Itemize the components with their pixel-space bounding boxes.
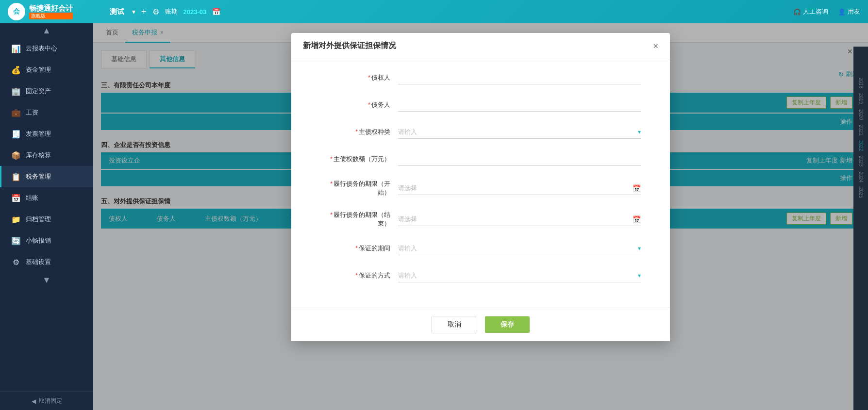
- tax-icon: 📋: [11, 172, 21, 181]
- fund-icon: 💰: [11, 65, 21, 75]
- creditor-input-wrap: [398, 71, 641, 84]
- claim-type-label: *主债权种类: [320, 128, 398, 136]
- main-content: 首页 税务申报 × 基础信息 其他信息 三、有限责任公司本年度 复制上年度 新增: [93, 23, 868, 410]
- period-end-input-wrap: 📅: [398, 213, 641, 226]
- user-icon: 👤: [838, 8, 846, 16]
- cancel-icon: ◀: [32, 398, 36, 405]
- guarantee-method-field: *保证的方式 ▾: [320, 269, 641, 282]
- guarantee-method-label: *保证的方式: [320, 271, 398, 280]
- dropdown-icon[interactable]: ▾: [132, 8, 135, 16]
- sidebar-label: 结账: [26, 194, 38, 202]
- creditor-label: *债权人: [320, 73, 398, 82]
- sidebar-item-fund[interactable]: 💰 资金管理: [0, 59, 93, 81]
- period-start-calendar-icon[interactable]: 📅: [633, 184, 641, 192]
- cancel-label: 取消固定: [39, 397, 62, 405]
- top-header: 会 畅捷通好会计 旗舰版 测试 ▾ + ⚙ 账期 2023-03 📅 🎧 人工咨…: [0, 0, 868, 23]
- sidebar-label: 基础设置: [26, 258, 51, 266]
- guarantee-period-field: *保证的期间 ▾: [320, 242, 641, 255]
- add-button[interactable]: +: [141, 7, 147, 17]
- claim-type-input[interactable]: [398, 125, 641, 139]
- period-start-field: *履行债务的期限（开始） 📅: [320, 180, 641, 197]
- debtor-label: *债务人: [320, 100, 398, 109]
- sidebar-label: 工资: [26, 108, 38, 117]
- logo-area: 会 畅捷通好会计 旗舰版: [8, 3, 100, 20]
- save-button[interactable]: 保存: [485, 316, 530, 333]
- creditor-input[interactable]: [398, 71, 641, 84]
- sidebar: ▲ 📊 云报表中心 💰 资金管理 🏢 固定资产 💼 工资 🧾 发票管理 📦 库存…: [0, 23, 93, 410]
- sidebar-label: 资金管理: [26, 66, 51, 74]
- headset-icon: 🎧: [793, 8, 801, 16]
- dialog-header: 新增对外提供保证担保情况 ×: [291, 33, 670, 59]
- sidebar-label: 固定资产: [26, 87, 51, 96]
- claim-amount-input[interactable]: [398, 152, 641, 166]
- header-right: 🎧 人工咨询 👤 用友: [793, 7, 860, 16]
- logo-text: 畅捷通好会计 旗舰版: [29, 4, 73, 19]
- sidebar-item-payroll[interactable]: 💼 工资: [0, 102, 93, 123]
- cancel-fixed-button[interactable]: ◀ 取消固定: [0, 392, 93, 410]
- sidebar-item-tax[interactable]: 📋 税务管理: [0, 166, 93, 187]
- sidebar-bottom: ◀ 取消固定: [0, 392, 93, 410]
- period-value: 2023-03: [184, 8, 207, 16]
- debtor-field: *债务人: [320, 98, 641, 112]
- period-end-label: *履行债务的期限（结束）: [320, 211, 398, 228]
- invoice-icon: 🧾: [11, 129, 21, 139]
- logo-sub: 旗舰版: [29, 13, 73, 19]
- cloud-report-icon: 📊: [11, 44, 21, 53]
- claim-amount-input-wrap: [398, 152, 641, 166]
- claim-amount-label: *主债权数额（万元）: [320, 155, 398, 164]
- claim-amount-field: *主债权数额（万元）: [320, 152, 641, 166]
- period-start-input[interactable]: [398, 181, 641, 195]
- dialog-title: 新增对外提供保证担保情况: [303, 41, 396, 51]
- guarantee-period-input[interactable]: [398, 242, 641, 255]
- guarantee-method-input[interactable]: [398, 269, 641, 282]
- settings-icon[interactable]: ⚙: [152, 7, 159, 16]
- sidebar-scroll-down[interactable]: ▼: [0, 273, 93, 287]
- period-end-calendar-icon[interactable]: 📅: [633, 215, 641, 223]
- debtor-input-wrap: [398, 98, 641, 112]
- header-controls: ▾ + ⚙ 账期 2023-03 📅: [132, 7, 220, 17]
- sidebar-item-archive[interactable]: 📁 归档管理: [0, 209, 93, 230]
- dialog-footer: 取消 保存: [291, 308, 670, 341]
- sidebar-label: 发票管理: [26, 130, 51, 138]
- sidebar-item-inventory[interactable]: 📦 库存核算: [0, 145, 93, 166]
- claim-type-input-wrap: ▾: [398, 125, 641, 139]
- dialog-body: *债权人 *债务人: [291, 59, 670, 308]
- period-start-label: *履行债务的期限（开始）: [320, 180, 398, 197]
- sidebar-item-close-account[interactable]: 📅 结账: [0, 187, 93, 209]
- creditor-field: *债权人: [320, 71, 641, 84]
- guarantee-method-input-wrap: ▾: [398, 269, 641, 282]
- logo-main: 畅捷通好会计: [29, 4, 73, 13]
- dialog-close-button[interactable]: ×: [653, 42, 658, 50]
- sidebar-label: 小畅报销: [26, 236, 51, 245]
- guarantee-period-input-wrap: ▾: [398, 242, 641, 255]
- sidebar-label: 税务管理: [26, 172, 51, 181]
- sidebar-label: 归档管理: [26, 215, 51, 224]
- period-label: 账期: [165, 7, 178, 16]
- sidebar-label: 库存核算: [26, 151, 51, 160]
- sidebar-item-invoice[interactable]: 🧾 发票管理: [0, 123, 93, 145]
- expense-icon: 🔄: [11, 236, 21, 246]
- support-label: 人工咨询: [803, 7, 828, 16]
- inventory-icon: 📦: [11, 150, 21, 160]
- dialog-backdrop: 新增对外提供保证担保情况 × *债权人 *债务人: [93, 23, 868, 410]
- period-end-field: *履行债务的期限（结束） 📅: [320, 211, 641, 228]
- header-mid: 测试 ▾ + ⚙ 账期 2023-03 📅: [100, 7, 793, 17]
- sidebar-item-cloud-report[interactable]: 📊 云报表中心: [0, 38, 93, 59]
- period-end-input[interactable]: [398, 213, 641, 226]
- archive-icon: 📁: [11, 214, 21, 224]
- guarantee-period-label: *保证的期间: [320, 244, 398, 253]
- claim-type-field: *主债权种类 ▾: [320, 125, 641, 139]
- sidebar-scroll-up[interactable]: ▲: [0, 23, 93, 38]
- calendar-icon[interactable]: 📅: [212, 8, 220, 16]
- settings-icon: ⚙: [11, 257, 21, 267]
- sidebar-item-fixed-asset[interactable]: 🏢 固定资产: [0, 81, 93, 102]
- logo-icon: 会: [8, 3, 25, 20]
- user-button[interactable]: 👤 用友: [838, 7, 860, 16]
- sidebar-item-settings[interactable]: ⚙ 基础设置: [0, 251, 93, 273]
- debtor-input[interactable]: [398, 98, 641, 112]
- support-button[interactable]: 🎧 人工咨询: [793, 7, 828, 16]
- sidebar-item-expense[interactable]: 🔄 小畅报销: [0, 230, 93, 251]
- close-account-icon: 📅: [11, 193, 21, 203]
- payroll-icon: 💼: [11, 108, 21, 117]
- cancel-button[interactable]: 取消: [432, 316, 477, 333]
